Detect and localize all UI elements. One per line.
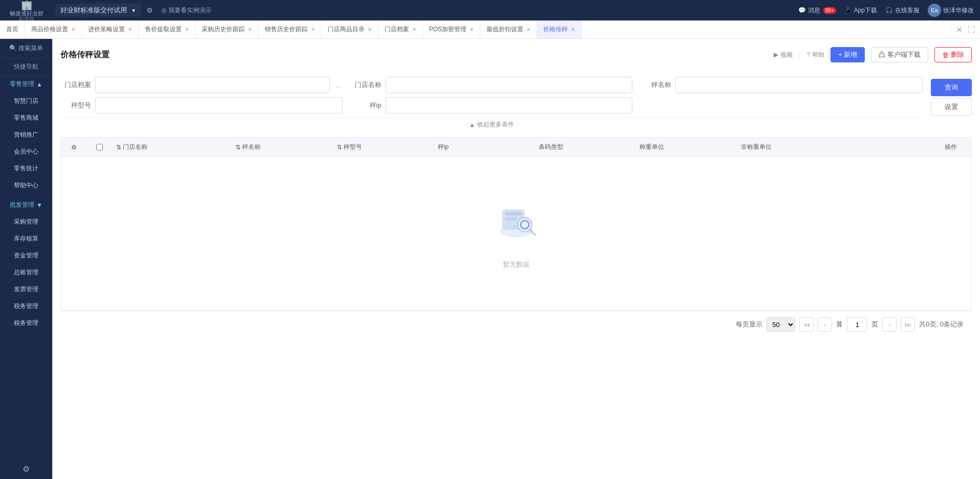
video-link[interactable]: ▶ 视频 [774,51,793,59]
th-nonweight-unit-label: 非称重单位 [741,143,772,151]
headset-icon: 🎧 [885,7,893,14]
filter-collapse-button[interactable]: ▲ 收起更多条件 [60,118,923,131]
sidebar-inventory-label: 资金管理 [14,252,38,259]
scale-model-input[interactable] [95,97,343,114]
prev-page-button[interactable]: ‹ [818,317,832,332]
sidebar-item-mini-ecom[interactable]: 采购管理 [0,213,52,230]
empty-text: 暂无数据 [503,260,529,269]
delete-label: 删除 [951,50,964,59]
sort-icon: ⇅ [236,144,241,151]
tab-store-archive[interactable]: 门店档案 ✕ [378,20,423,39]
page-prefix-label: 算 [836,320,843,329]
sidebar-item-marketing[interactable]: 营销推广 [0,126,52,143]
tab-home[interactable]: 首页 [0,20,25,39]
th-scale-name[interactable]: ⇅ 秤名称 [231,138,332,157]
filter-scale-name: 秤名称 [641,77,923,93]
tab-price-transfer[interactable]: 价格传秤 ✕ [537,20,582,39]
tab-sale-price[interactable]: 售价提取设置 ✕ [139,20,196,39]
demo-link[interactable]: ◎ 我要看实例演示 [161,6,211,15]
last-page-button[interactable]: ⏭ [901,317,915,332]
sidebar-item-purchase-mgmt[interactable]: 库存核算 [0,230,52,247]
message-button[interactable]: 💬 消息 99+ [798,6,836,15]
sidebar-item-help-center[interactable]: 帮助中心 [0,177,52,194]
close-icon[interactable]: ✕ [128,27,132,32]
first-page-button[interactable]: ⏮ [799,317,814,332]
tab-purchase-history[interactable]: 采购历史价跟踪 ✕ [196,20,259,39]
sidebar-item-wholesale-mgmt[interactable]: 批发管理 ▼ [0,197,52,213]
tab-store-catalog[interactable]: 门店商品目录 ✕ [322,20,378,39]
version-selector[interactable]: 好业财标准版交付试用 ▼ [55,4,141,17]
tab-purchase-strategy[interactable]: 进价策略设置 ✕ [82,20,139,39]
scale-ip-input[interactable] [386,97,633,114]
sidebar-item-invoice[interactable]: 税务管理 [0,298,52,315]
sidebar-item-inventory[interactable]: 资金管理 [0,247,52,264]
app-download-button[interactable]: 📱 App下载 [844,6,877,15]
close-icon[interactable]: ✕ [185,27,189,32]
sidebar-settings-button[interactable]: ⚙ [0,459,52,479]
tab-discount-label: 最低折扣设置 [486,25,523,34]
sidebar-quick-nav[interactable]: 快捷导航 [0,58,52,76]
video-icon: ▶ [774,51,778,58]
sidebar-item-tax[interactable]: 税务管理 [0,315,52,332]
query-button[interactable]: 查询 [931,79,972,96]
close-icon[interactable]: ✕ [470,27,474,32]
sidebar-item-smart-store[interactable]: 智慧门店 [0,93,52,110]
total-info: 共0页, 0条记录 [919,320,964,329]
help-link[interactable]: ? 帮助 [806,51,824,59]
close-icon[interactable]: ✕ [248,27,252,32]
online-service-button[interactable]: 🎧 在线客服 [885,6,920,15]
tab-purchase-strategy-label: 进价策略设置 [88,25,125,34]
sidebar-item-ledger[interactable]: 发票管理 [0,281,52,298]
sidebar-item-retail-mall[interactable]: 零售商城 [0,110,52,126]
th-scale-model[interactable]: ⇅ 秤型号 [333,138,434,157]
tab-product-price[interactable]: 商品价格设置 ✕ [25,20,82,39]
check-all-checkbox[interactable] [96,144,103,150]
close-icon[interactable]: ✕ [526,27,530,32]
tab-discount[interactable]: 最低折扣设置 ✕ [480,20,537,39]
download-button[interactable]: 凸 客户端下载 [871,47,928,62]
sidebar-item-member-center[interactable]: 会员中心 [0,143,52,160]
th-scale-ip[interactable]: 秤ip [434,138,535,157]
shop-name-input[interactable] [386,77,633,93]
th-setting[interactable]: ⚙ [61,139,87,156]
set-button[interactable]: 设置 [931,98,972,116]
tab-close-all-icon[interactable]: ✕ [956,26,963,34]
sidebar-item-retail-mgmt[interactable]: 零售管理 ▲ [0,76,52,93]
page-number-input[interactable] [847,317,867,332]
tab-product-price-label: 商品价格设置 [31,25,68,34]
close-icon[interactable]: ✕ [412,27,416,32]
sidebar-search[interactable]: 🔍 搜索菜单 [0,39,52,58]
next-page-button[interactable]: › [882,317,897,332]
sidebar-retail-mgmt-label: 零售管理 [10,80,34,89]
th-weight-unit[interactable]: 称重单位 [635,138,736,157]
th-barcode-type[interactable]: 条码类型 [535,138,635,157]
sidebar-wholesale-mgmt-label: 批发管理 [10,201,34,209]
online-service-label: 在线客服 [895,6,920,15]
tab-fullscreen-icon[interactable]: ⛶ [968,26,975,34]
filter-scale-ip: 秤ip [351,97,633,114]
close-icon[interactable]: ✕ [311,27,315,32]
close-icon[interactable]: ✕ [368,27,372,32]
tab-sale-price-label: 售价提取设置 [145,25,182,34]
th-check[interactable] [87,139,112,156]
th-shop[interactable]: ⇅ 门店名称 [112,138,231,157]
close-icon[interactable]: ✕ [71,27,75,32]
sidebar-item-retail-stats[interactable]: 零售统计 [0,160,52,177]
per-page-select[interactable]: 50 100 200 [766,317,795,332]
set-label: 设置 [945,102,958,112]
delete-button[interactable]: 🗑 删除 [934,47,972,62]
close-icon[interactable]: ✕ [571,27,575,32]
tab-pos-mgmt[interactable]: POS加密管理 ✕ [423,20,480,39]
scale-name-input[interactable] [675,77,923,93]
ellipsis-icon[interactable]: … [336,81,343,89]
settings-icon[interactable]: ⚙ [146,6,153,14]
filter-shop-name: 门店名称 [351,77,633,93]
th-nonweight-unit[interactable]: 非称重单位 [737,138,930,157]
tab-bar: 首页 商品价格设置 ✕ 进价策略设置 ✕ 售价提取设置 ✕ 采购历史价跟踪 ✕ … [0,20,980,39]
shop-archive-input[interactable] [95,77,330,93]
chevron-up-icon: ▲ [469,121,475,128]
add-button[interactable]: + 新增 [830,47,865,62]
tab-sale-history[interactable]: 销售历史价跟踪 ✕ [259,20,322,39]
user-menu[interactable]: Ea 徐泽华修改 [928,4,974,17]
sidebar-item-finance[interactable]: 总账管理 [0,264,52,281]
